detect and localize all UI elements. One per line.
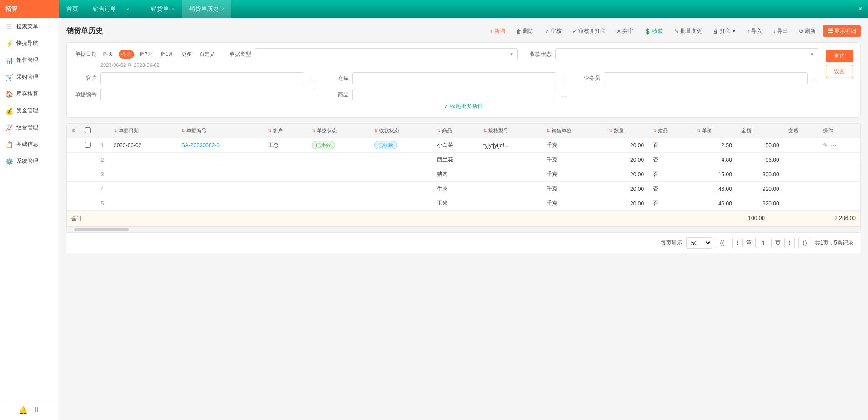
- customer-input[interactable]: [100, 72, 304, 84]
- more-icon[interactable]: ⋯: [831, 142, 837, 149]
- row-collect-status: [370, 196, 432, 211]
- sidebar-item-purchase-mgmt[interactable]: 🛒 采购管理: [0, 69, 59, 85]
- date-tag-more[interactable]: 更多: [179, 50, 194, 59]
- row-collect-status: [370, 153, 432, 167]
- row-checkbox[interactable]: [80, 182, 95, 196]
- row-doc-no[interactable]: [177, 153, 263, 167]
- row-checkbox[interactable]: [80, 153, 95, 167]
- salesperson-picker[interactable]: ...: [813, 75, 818, 82]
- col-checkbox[interactable]: [80, 124, 95, 138]
- date-tag-7days[interactable]: 近7天: [137, 50, 155, 59]
- row-doc-no[interactable]: SA-20230602-0: [177, 138, 263, 153]
- collect-status-select[interactable]: ▼: [555, 48, 818, 60]
- doc-type-select[interactable]: ▼: [255, 48, 518, 60]
- window-close-btn[interactable]: ×: [853, 0, 868, 18]
- sidebar-item-sys-mgmt[interactable]: ⚙️ 系统管理: [0, 153, 59, 170]
- tab-sales-order[interactable]: 销售订单 ×: [85, 0, 144, 18]
- date-tag-1month[interactable]: 近1月: [158, 50, 176, 59]
- settings-button[interactable]: 设置: [826, 65, 853, 78]
- row-checkbox[interactable]: [80, 196, 95, 211]
- col-spec[interactable]: ⇅规格型号: [479, 124, 542, 138]
- next-page-btn[interactable]: ⟩: [784, 238, 795, 248]
- audit-button[interactable]: ✓ 审核: [541, 25, 565, 37]
- last-page-btn[interactable]: ⟩⟩: [798, 238, 811, 248]
- row-gift: 否: [648, 138, 692, 153]
- salesperson-input[interactable]: [604, 72, 808, 84]
- row-doc-no[interactable]: [177, 182, 263, 196]
- row-doc-no[interactable]: [177, 196, 263, 211]
- page-number-input[interactable]: [755, 238, 772, 248]
- select-all-checkbox[interactable]: [85, 127, 91, 133]
- col-doc-no[interactable]: ⇅单据编号: [177, 124, 263, 138]
- date-tag-custom[interactable]: 自定义: [197, 50, 217, 59]
- scroll-thumb[interactable]: [74, 228, 129, 231]
- sidebar-item-label: 快捷导航: [16, 40, 38, 47]
- inventory-icon: 🏠: [5, 90, 13, 98]
- col-collect-status[interactable]: ⇅收款状态: [370, 124, 432, 138]
- close-tab-sales-order[interactable]: ×: [119, 0, 136, 18]
- col-date[interactable]: ⇅单据日期: [109, 124, 177, 138]
- product-input[interactable]: [352, 89, 556, 100]
- col-price[interactable]: ⇅单价: [692, 124, 737, 138]
- first-page-btn[interactable]: ⟨⟨: [716, 238, 728, 248]
- sort-icon: ⇅: [268, 129, 271, 133]
- row-doc-status: [307, 167, 370, 182]
- sidebar-item-basic-info[interactable]: 📋 基础信息: [0, 136, 59, 153]
- sidebar-item-finance[interactable]: 💰 资金管理: [0, 102, 59, 119]
- row-checkbox[interactable]: [80, 138, 95, 153]
- query-button[interactable]: 查询: [826, 50, 853, 62]
- col-settings[interactable]: ⚙: [67, 124, 80, 138]
- customer-picker[interactable]: ...: [310, 75, 315, 82]
- col-customer[interactable]: ⇅客户: [263, 124, 307, 138]
- sidebar-item-sales-mgmt[interactable]: 📊 销售管理: [0, 52, 59, 69]
- display-detail-button[interactable]: ☰ 显示明细: [823, 25, 861, 37]
- tab-home[interactable]: 首页: [59, 0, 85, 18]
- tab-sales-history[interactable]: 销货单历史 ×: [182, 0, 231, 18]
- collect-button[interactable]: 💲 收款: [641, 25, 667, 37]
- per-page-select[interactable]: 50 100 200: [686, 237, 712, 249]
- col-unit[interactable]: ⇅销售单位: [542, 124, 604, 138]
- col-transaction: 交货: [784, 124, 819, 138]
- import-button[interactable]: ↑ 导入: [743, 25, 766, 37]
- export-button[interactable]: ↓ 导出: [769, 25, 792, 37]
- prev-page-btn[interactable]: ⟨: [732, 238, 743, 248]
- sidebar-item-quick-nav[interactable]: ⚡ 快捷导航: [0, 35, 59, 52]
- row-gift: 否: [648, 167, 692, 182]
- col-gift[interactable]: ⇅赠品: [648, 124, 692, 138]
- sidebar-item-inventory[interactable]: 🏠 库存核算: [0, 85, 59, 102]
- doc-no-input[interactable]: [100, 89, 315, 100]
- abandon-button[interactable]: ✕ 弃审: [613, 25, 637, 37]
- sidebar-item-search-menu[interactable]: ☰ 搜索菜单: [0, 18, 59, 35]
- scroll-bar[interactable]: [67, 226, 860, 232]
- collect-status-filter: 收款状态 ▼: [529, 48, 818, 60]
- date-tag-yesterday[interactable]: 昨天: [100, 50, 116, 59]
- sidebar-bottom-icon1[interactable]: 🔔: [19, 406, 28, 415]
- col-doc-status[interactable]: ⇅单据状态: [307, 124, 370, 138]
- sidebar-item-operations[interactable]: 📈 经营管理: [0, 119, 59, 136]
- product-label: 商品: [326, 91, 349, 99]
- date-tag-today[interactable]: 今天: [119, 50, 134, 59]
- refresh-button[interactable]: ↺ 刷新: [795, 25, 819, 37]
- col-qty[interactable]: ⇅数量: [604, 124, 648, 138]
- row-checkbox[interactable]: [80, 167, 95, 182]
- edit-icon[interactable]: ✎: [823, 142, 828, 149]
- col-product[interactable]: ⇅商品: [432, 124, 479, 138]
- delete-button[interactable]: 🗑 删除: [512, 25, 537, 37]
- sidebar-bottom-icon2[interactable]: ⏸: [33, 406, 40, 415]
- row-num: 1: [95, 138, 109, 153]
- warehouse-picker[interactable]: ...: [562, 75, 567, 82]
- warehouse-input[interactable]: [352, 72, 556, 84]
- print-button[interactable]: 🖨 打印 ▼: [709, 25, 740, 37]
- new-button[interactable]: + 新增: [486, 25, 509, 37]
- row-doc-no[interactable]: [177, 167, 263, 182]
- close-tab-history[interactable]: ×: [221, 6, 224, 12]
- tab-sales-delivery[interactable]: 销货单 ×: [144, 0, 181, 18]
- row-qty: 20.00: [604, 167, 648, 182]
- batch-change-button[interactable]: ✎ 批量变更: [671, 25, 706, 37]
- finance-icon: 💰: [5, 107, 13, 115]
- collapse-filter-btn[interactable]: ∧ 收起更多条件: [74, 100, 853, 112]
- close-tab-delivery[interactable]: ×: [171, 6, 174, 12]
- row-select-checkbox[interactable]: [85, 142, 91, 148]
- product-picker[interactable]: ...: [562, 91, 567, 98]
- audit-print-button[interactable]: ✓ 审核并打印: [569, 25, 609, 37]
